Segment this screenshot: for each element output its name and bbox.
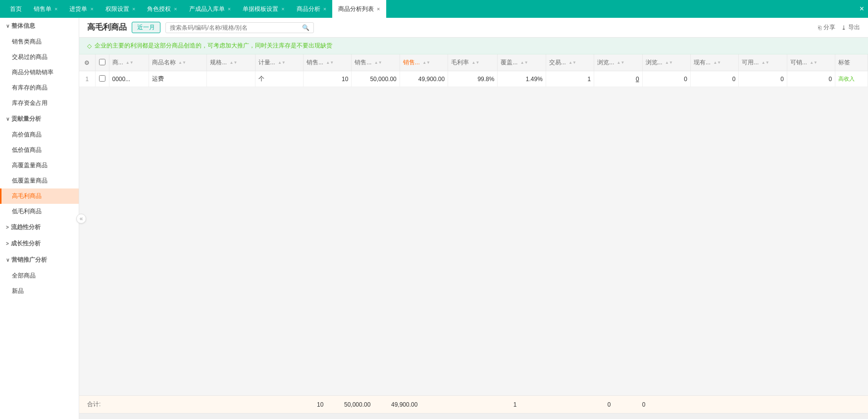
- col-sales-qty: 销售... ▲▼: [303, 54, 351, 71]
- select-all-checkbox[interactable]: [99, 59, 105, 65]
- sidebar-section-overall[interactable]: ∨ 整体信息: [0, 18, 79, 34]
- cell-sales-qty: 10: [303, 71, 351, 87]
- col-trade: 交易... ▲▼: [546, 54, 594, 71]
- col-name: 商品名称 ▲▼: [149, 54, 206, 71]
- sort-sales-amt[interactable]: ▲▼: [374, 60, 382, 65]
- nav-template-setting[interactable]: 单据模板设置 ×: [237, 0, 290, 18]
- sidebar-item-high-value[interactable]: 高价值商品: [0, 127, 79, 142]
- col-gross-margin: 毛利率 ▲▼: [448, 54, 498, 71]
- sum-current: 0: [576, 401, 611, 408]
- sum-available: 0: [611, 401, 645, 408]
- data-table: ⚙ 商... ▲▼ 商品名称 ▲▼: [79, 54, 868, 87]
- close-product-analysis-list[interactable]: ×: [377, 6, 380, 12]
- sidebar-item-high-coverage[interactable]: 高覆盖量商品: [0, 158, 79, 173]
- sort-spec[interactable]: ▲▼: [230, 60, 238, 65]
- horizontal-scrollbar[interactable]: [79, 413, 868, 419]
- sort-sellable[interactable]: ▲▼: [810, 60, 817, 65]
- sidebar-section-growth[interactable]: > 成长性分析: [0, 235, 79, 252]
- cell-view1[interactable]: 0: [594, 71, 642, 87]
- cell-available: 0: [739, 71, 787, 87]
- nav-finished-goods[interactable]: 产成品入库单 ×: [183, 0, 237, 18]
- sidebar-section-contribution[interactable]: ∨ 贡献量分析: [0, 111, 79, 127]
- sidebar-item-sales-goods[interactable]: 销售类商品: [0, 34, 79, 49]
- sort-code[interactable]: ▲▼: [126, 60, 134, 65]
- arrow-marketing: ∨: [6, 257, 9, 263]
- sort-coverage[interactable]: ▲▼: [520, 60, 528, 65]
- close-purchase-order[interactable]: ×: [90, 6, 93, 12]
- sort-current[interactable]: ▲▼: [713, 60, 721, 65]
- sidebar-item-low-coverage[interactable]: 低覆盖量商品: [0, 173, 79, 188]
- filter-recent-month[interactable]: 近一月: [132, 22, 160, 33]
- sort-view2[interactable]: ▲▼: [665, 60, 673, 65]
- cell-current: 0: [691, 71, 739, 87]
- col-settings[interactable]: ⚙: [79, 54, 95, 71]
- cell-view2: 0: [642, 71, 690, 87]
- col-spec: 规格... ▲▼: [207, 54, 255, 71]
- sidebar-item-new-goods[interactable]: 新品: [0, 283, 79, 299]
- export-icon: ⤓: [841, 24, 846, 31]
- share-button[interactable]: ⎗ 分享: [818, 23, 835, 32]
- col-unit: 计量... ▲▼: [255, 54, 303, 71]
- sidebar-section-marketing[interactable]: ∨ 营销推广分析: [0, 252, 79, 268]
- col-coverage: 覆盖... ▲▼: [498, 54, 546, 71]
- arrow-overall: ∨: [6, 23, 9, 29]
- sidebar-collapse-button[interactable]: «: [76, 214, 86, 224]
- sidebar-item-in-stock[interactable]: 有库存的商品: [0, 80, 79, 95]
- search-input[interactable]: [170, 24, 302, 31]
- cell-sales-amt: 50,000.00: [352, 71, 400, 87]
- col-tag: 标签: [835, 54, 868, 71]
- nav-home[interactable]: 首页: [4, 0, 28, 18]
- nav-product-analysis[interactable]: 商品分析 ×: [291, 0, 332, 18]
- col-checkbox: [95, 54, 109, 71]
- export-button[interactable]: ⤓ 导出: [841, 23, 860, 32]
- sort-view1[interactable]: ▲▼: [617, 60, 625, 65]
- sort-available[interactable]: ▲▼: [762, 60, 769, 65]
- sort-unit[interactable]: ▲▼: [278, 60, 286, 65]
- sum-sales-qty: 10: [284, 401, 323, 408]
- close-role-auth[interactable]: ×: [174, 6, 177, 12]
- sort-gross-margin[interactable]: ▲▼: [472, 60, 480, 65]
- nav-permission-setting[interactable]: 权限设置 ×: [100, 0, 141, 18]
- sort-name[interactable]: ▲▼: [178, 60, 186, 65]
- cell-trade: 1: [546, 71, 594, 87]
- cell-checkbox[interactable]: [95, 71, 109, 87]
- close-all-tabs[interactable]: ×: [860, 4, 864, 13]
- sidebar-item-low-margin[interactable]: 低毛利商品: [0, 204, 79, 219]
- cell-gross-margin: 99.8%: [448, 71, 498, 87]
- sidebar-section-trend[interactable]: > 流趋性分析: [0, 219, 79, 235]
- nav-role-auth[interactable]: 角色授权 ×: [141, 0, 183, 18]
- content-header: 高毛利商品 近一月 🔍 ⎗ 分享 ⤓ 导出: [79, 18, 868, 38]
- data-table-container: ⚙ 商... ▲▼ 商品名称 ▲▼: [79, 54, 868, 395]
- nav-product-analysis-list[interactable]: 商品分析列表 ×: [332, 0, 386, 18]
- sidebar-item-distribution-rate[interactable]: 商品分销助销率: [0, 65, 79, 80]
- arrow-trend: >: [6, 225, 9, 230]
- close-permission-setting[interactable]: ×: [132, 6, 135, 12]
- cell-name: 运费: [149, 71, 206, 87]
- sidebar-item-all-goods[interactable]: 全部商品: [0, 268, 79, 283]
- cell-code: 0000...: [109, 71, 149, 87]
- close-finished-goods[interactable]: ×: [228, 6, 231, 12]
- cell-spec: [207, 71, 255, 87]
- col-view2: 浏览... ▲▼: [642, 54, 690, 71]
- col-view1: 浏览... ▲▼: [594, 54, 642, 71]
- sort-sales-cost[interactable]: ▲▼: [422, 60, 430, 65]
- info-text: 企业的主要的利润都是这部分商品创造的，可考虑加大推广，同时关注库存是不要出现缺货: [95, 42, 332, 50]
- sort-sales-qty[interactable]: ▲▼: [326, 60, 334, 65]
- cell-sales-cost: 49,900.00: [400, 71, 448, 87]
- col-current: 现有... ▲▼: [691, 54, 739, 71]
- close-template-setting[interactable]: ×: [281, 6, 284, 12]
- sort-trade[interactable]: ▲▼: [568, 60, 576, 65]
- info-bar: ◇ 企业的主要的利润都是这部分商品创造的，可考虑加大推广，同时关注库存是不要出现…: [79, 38, 868, 54]
- settings-icon[interactable]: ⚙: [84, 59, 90, 66]
- sidebar-item-traded-goods[interactable]: 交易过的商品: [0, 49, 79, 65]
- close-product-analysis[interactable]: ×: [323, 6, 326, 12]
- top-navigation: 首页 销售单 × 进货单 × 权限设置 × 角色授权 × 产成品入库单 × 单据…: [0, 0, 868, 18]
- sidebar-item-stock-capital[interactable]: 库存资金占用: [0, 95, 79, 111]
- sidebar-item-low-value[interactable]: 低价值商品: [0, 142, 79, 158]
- nav-purchase-order[interactable]: 进货单 ×: [63, 0, 99, 18]
- nav-sales-order[interactable]: 销售单 ×: [28, 0, 63, 18]
- sum-trade: 1: [487, 401, 516, 408]
- search-icon[interactable]: 🔍: [302, 24, 309, 31]
- close-sales-order[interactable]: ×: [54, 6, 57, 12]
- sidebar-item-high-margin[interactable]: 高毛利商品: [0, 188, 79, 204]
